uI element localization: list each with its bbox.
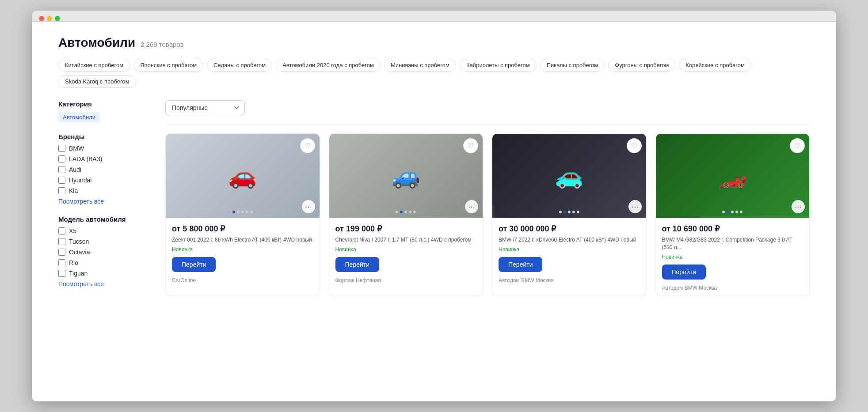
models-list: X5 Tucson Octavia Rio Tiguan <box>58 227 151 277</box>
tag-item[interactable]: Фургоны с пробегом <box>608 59 675 72</box>
model-Tiguan-checkbox[interactable] <box>58 270 65 277</box>
tag-item[interactable]: Китайские с пробегом <box>58 59 130 72</box>
browser-window: Автомобили 2 269 товаров Китайские с про… <box>32 11 836 401</box>
card-price-niva: от 199 000 ₽ <box>335 224 477 234</box>
card-m4: ♡ ⋯ 🏎️ <box>655 133 810 296</box>
traffic-lights <box>39 16 60 21</box>
divider <box>165 124 810 125</box>
model-Tucson[interactable]: Tucson <box>58 238 151 245</box>
card-goto-m4[interactable]: Перейти <box>662 265 706 280</box>
card-desc-zeekr: Zeekr 001 2022 г. 86 kWh Electro AT (400… <box>172 236 313 244</box>
page-title: Автомобили <box>58 36 135 50</box>
model-Octavia[interactable]: Octavia <box>58 249 151 256</box>
sidebar: Категория Автомобили Бренды BMW LADA (ВА… <box>58 100 151 298</box>
brands-see-all[interactable]: Посмотреть все <box>58 198 151 205</box>
brands-list: BMW LADA (ВАЗ) Audi Hyundai Kia <box>58 145 151 194</box>
models-title: Модель автомобиля <box>58 215 151 223</box>
sort-bar: Популярные По цене (возр.) По цене (убыв… <box>165 100 810 115</box>
model-Tiguan[interactable]: Tiguan <box>58 270 151 277</box>
card-image-m4: ♡ ⋯ 🏎️ <box>656 134 810 218</box>
more-options-zeekr[interactable]: ⋯ <box>302 200 315 213</box>
card-desc-bmwi7: BMW i7 2022 г. xDrive60 Electro AT (400 … <box>499 236 640 244</box>
brand-Hyundai[interactable]: Hyundai <box>58 177 151 184</box>
brand-Audi-checkbox[interactable] <box>58 166 65 173</box>
card-goto-zeekr[interactable]: Перейти <box>172 257 216 272</box>
card-zeekr: ♡ ⋯ 🚗 <box>165 133 320 296</box>
card-image-niva: ♡ ⋯ 🚙 <box>329 134 483 218</box>
card-image-bmwi7: ♡ ⋯ 🚗 <box>492 134 646 218</box>
card-seller-zeekr: CarOnline <box>172 277 313 283</box>
tag-item[interactable]: Корейские с пробегом <box>679 59 751 72</box>
category-title: Категория <box>58 100 151 108</box>
card-body-bmwi7: от 30 000 000 ₽ BMW i7 2022 г. xDrive60 … <box>492 218 646 288</box>
tag-item[interactable]: Пикапы с пробегом <box>540 59 605 72</box>
minimize-button[interactable] <box>47 16 52 21</box>
browser-chrome <box>32 11 836 22</box>
card-bmwi7: ♡ ⋯ 🚗 <box>492 133 647 296</box>
tag-item[interactable]: Автомобили 2020 года с пробегом <box>276 59 381 72</box>
card-seller-bmwi7: Автодом BMW Москва <box>499 277 640 283</box>
card-badge-zeekr: Новинка <box>172 246 313 253</box>
favorite-button-niva[interactable]: ♡ <box>463 138 478 153</box>
card-body-m4: от 10 690 000 ₽ BMW M4 G82/G83 2022 г. C… <box>656 218 810 295</box>
brands-title: Бренды <box>58 133 151 140</box>
card-niva: ♡ ⋯ 🚙 <box>329 133 483 296</box>
image-dots-niva <box>396 211 416 213</box>
model-X5[interactable]: X5 <box>58 227 151 234</box>
favorite-button-m4[interactable]: ♡ <box>790 138 805 153</box>
card-desc-m4: BMW M4 G82/G83 2022 г. Competition Packa… <box>662 236 803 251</box>
close-button[interactable] <box>39 16 44 21</box>
brand-Hyundai-checkbox[interactable] <box>58 177 65 184</box>
brand-Kia-checkbox[interactable] <box>58 187 65 194</box>
tag-item[interactable]: Skoda Karoq с пробегом <box>58 75 136 88</box>
card-badge-niva: Новинка <box>335 246 477 253</box>
model-Tucson-checkbox[interactable] <box>58 238 65 245</box>
card-badge-m4: Новинка <box>662 254 803 260</box>
favorite-button-zeekr[interactable]: ♡ <box>300 138 315 153</box>
model-Rio-checkbox[interactable] <box>58 259 65 266</box>
card-image-zeekr: ♡ ⋯ 🚗 <box>166 134 320 218</box>
card-desc-niva: Chevrolet Niva I 2007 г. 1.7 MT (80 л.с.… <box>335 236 477 244</box>
brand-Kia[interactable]: Kia <box>58 187 151 194</box>
models-section: Модель автомобиля X5 Tucson Octavia Ri <box>58 215 151 287</box>
maximize-button[interactable] <box>55 16 60 21</box>
tag-item[interactable]: Японские с пробегом <box>133 59 203 72</box>
card-body-niva: от 199 000 ₽ Chevrolet Niva I 2007 г. 1.… <box>329 218 483 288</box>
model-X5-checkbox[interactable] <box>58 227 65 234</box>
brand-BMW-checkbox[interactable] <box>58 145 65 152</box>
more-options-niva[interactable]: ⋯ <box>465 200 478 213</box>
category-badge[interactable]: Автомобили <box>58 112 100 122</box>
tag-item[interactable]: Минивэны с пробегом <box>384 59 456 72</box>
cards-grid: ♡ ⋯ 🚗 <box>165 133 810 296</box>
tag-item[interactable]: Седаны с пробегом <box>207 59 272 72</box>
card-price-zeekr: от 5 800 000 ₽ <box>172 224 313 234</box>
brand-LADA[interactable]: LADA (ВАЗ) <box>58 155 151 163</box>
card-body-zeekr: от 5 800 000 ₽ Zeekr 001 2022 г. 86 kWh … <box>166 218 320 288</box>
card-badge-bmwi7: Новинка <box>499 246 640 253</box>
card-goto-niva[interactable]: Перейти <box>335 257 379 272</box>
brand-BMW[interactable]: BMW <box>58 145 151 152</box>
items-count: 2 269 товаров <box>141 41 184 48</box>
image-dots-bmwi7 <box>559 211 579 213</box>
card-price-bmwi7: от 30 000 000 ₽ <box>499 224 640 234</box>
sort-select[interactable]: Популярные По цене (возр.) По цене (убыв… <box>165 100 245 115</box>
more-options-m4[interactable]: ⋯ <box>792 200 805 213</box>
brand-Audi[interactable]: Audi <box>58 166 151 173</box>
brands-section: Бренды BMW LADA (ВАЗ) Audi Hyundai <box>58 133 151 205</box>
models-see-all[interactable]: Посмотреть все <box>58 280 151 287</box>
model-Octavia-checkbox[interactable] <box>58 249 65 256</box>
model-Rio[interactable]: Rio <box>58 259 151 266</box>
category-section: Категория Автомобили <box>58 100 151 122</box>
brand-LADA-checkbox[interactable] <box>58 155 65 163</box>
favorite-button-bmwi7[interactable]: ♡ <box>627 138 642 153</box>
image-dots-zeekr <box>232 211 253 213</box>
more-options-bmwi7[interactable]: ⋯ <box>628 200 642 213</box>
page-header: Автомобили 2 269 товаров <box>58 36 810 50</box>
content-area: Автомобили 2 269 товаров Китайские с про… <box>32 22 836 401</box>
image-dots-m4 <box>722 211 742 213</box>
card-goto-bmwi7[interactable]: Перейти <box>499 257 542 272</box>
card-seller-m4: Автодом BMW Москва <box>662 285 803 291</box>
card-price-m4: от 10 690 000 ₽ <box>662 224 803 234</box>
tag-item[interactable]: Кабриолеты с пробегом <box>460 59 537 72</box>
tags-container: Китайские с пробегомЯпонские с пробегомС… <box>58 59 810 88</box>
